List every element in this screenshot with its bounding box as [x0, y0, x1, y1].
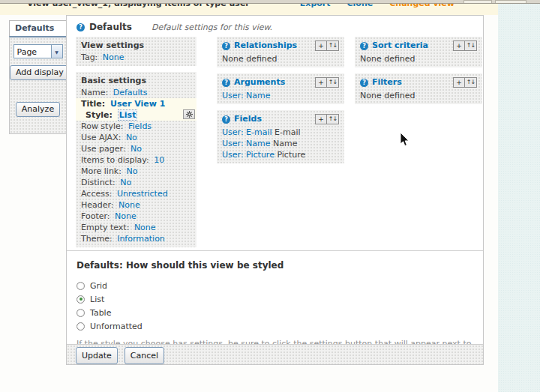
access-value-link[interactable]: Unrestricted [117, 189, 168, 199]
arguments-title-link[interactable]: Arguments [234, 76, 285, 88]
view-edit-panel: ? Defaults Default settings for this vie… [66, 15, 484, 365]
style-option-unformatted[interactable]: Unformatted [76, 319, 472, 333]
items-to-display-value-link[interactable]: 10 [154, 155, 164, 165]
browser-tab-remnant [495, 0, 526, 3]
add-sort-button[interactable]: + [454, 41, 465, 50]
radio-table[interactable] [76, 309, 85, 317]
panel-header: ? Defaults Default settings for this vie… [76, 22, 272, 32]
filters-block: ? Filters + ↑↓ None defined [355, 73, 482, 104]
field-user-picture-link[interactable]: User: Picture [222, 150, 274, 160]
setting-row: Header: None [81, 199, 191, 211]
basic-settings-title: Basic settings [81, 75, 191, 87]
argument-item: User: Name [222, 90, 339, 101]
tab-defaults[interactable]: Defaults [9, 20, 67, 36]
help-icon[interactable]: ? [76, 23, 85, 31]
style-option-table[interactable]: Table [76, 306, 472, 319]
view-title: View user_view_1, displaying items of ty… [27, 4, 250, 9]
basic-settings-block: Basic settings Name: Defaults Title: Use… [76, 72, 196, 247]
field-label: Name [273, 139, 297, 148]
panel-subheading: Default settings for this view. [152, 22, 272, 32]
radio-list[interactable] [76, 295, 85, 304]
rearrange-filters-button[interactable]: ↑↓ [465, 78, 476, 87]
help-icon[interactable]: ? [222, 79, 230, 87]
fields-block: ? Fields + ↑↓ User: E-mail E-mail User: … [217, 110, 344, 163]
use-ajax-value-link[interactable]: No [126, 133, 137, 142]
header-value-link[interactable]: None [118, 200, 140, 210]
help-icon[interactable]: ? [222, 42, 230, 50]
footer-value-link[interactable]: None [115, 211, 136, 221]
style-options: Grid List Table Unformatted [76, 279, 472, 333]
help-icon[interactable]: ? [360, 42, 368, 50]
sort-criteria-title-link[interactable]: Sort criteria [372, 40, 428, 52]
name-value-link[interactable]: Defaults [113, 88, 148, 97]
add-filter-button[interactable]: + [454, 78, 465, 87]
update-button[interactable]: Update [76, 347, 118, 364]
setting-row: Empty text: None [81, 222, 191, 233]
add-field-button[interactable]: + [316, 115, 327, 124]
help-icon[interactable]: ? [360, 79, 368, 87]
filters-title-link[interactable]: Filters [372, 76, 402, 88]
distinct-value-link[interactable]: No [120, 178, 131, 187]
more-link-value-link[interactable]: No [126, 166, 137, 176]
rearrange-sorts-button[interactable]: ↑↓ [465, 41, 476, 50]
relationships-block: ? Relationships + ↑↓ None defined [217, 37, 344, 67]
column-right: ? Sort criteria + ↑↓ None defined ? Filt… [355, 37, 482, 110]
setting-row-style-changed: Style: List [76, 109, 196, 121]
row-style-value-link[interactable]: Fields [128, 121, 152, 131]
display-type-select[interactable]: Page ▼ [14, 44, 63, 58]
radio-grid[interactable] [76, 282, 85, 290]
export-link[interactable]: Export [300, 4, 331, 9]
field-label: E-mail [274, 127, 301, 137]
view-banner: View user_view_1, displaying items of ty… [0, 4, 498, 15]
setting-row: Items to display: 10 [81, 154, 191, 166]
style-settings-gear-icon[interactable] [183, 109, 195, 119]
setting-row: Use pager: No [81, 143, 191, 154]
display-type-value: Page [14, 45, 51, 58]
argument-user-name-link[interactable]: User: Name [222, 91, 271, 100]
style-option-grid[interactable]: Grid [76, 279, 472, 292]
cancel-button[interactable]: Cancel [124, 347, 164, 364]
help-icon[interactable]: ? [222, 115, 230, 124]
add-display-button[interactable]: Add display [10, 65, 70, 80]
style-value-link[interactable]: List [118, 109, 138, 121]
setting-row: Use AJAX: No [81, 132, 191, 143]
field-item: User: Name Name [222, 138, 339, 149]
radio-unformatted[interactable] [76, 322, 85, 331]
column-settings: View settings Tag: None Basic settings N… [76, 37, 196, 253]
clone-link[interactable]: Clone [347, 4, 374, 9]
theme-value-link[interactable]: Information [117, 234, 165, 244]
rearrange-relationships-button[interactable]: ↑↓ [327, 41, 338, 50]
relationships-title-link[interactable]: Relationships [234, 40, 297, 52]
field-user-name-link[interactable]: User: Name [222, 139, 271, 148]
changed-view-link[interactable]: Changed view [389, 4, 454, 9]
display-controls: Page ▼ Add display Analyze [9, 36, 67, 134]
rearrange-arguments-button[interactable]: ↑↓ [327, 78, 338, 87]
style-form-title: Defaults: How should this view be styled [76, 260, 472, 271]
setting-row: Footer: None [81, 211, 191, 222]
tag-value-link[interactable]: None [103, 52, 124, 62]
browser-tab-remnant [464, 0, 492, 3]
sort-criteria-block: ? Sort criteria + ↑↓ None defined [355, 37, 482, 67]
setting-row: Row style: Fields [81, 121, 191, 132]
empty-text-value-link[interactable]: None [134, 223, 156, 232]
add-relationship-button[interactable]: + [316, 41, 327, 50]
field-user-email-link[interactable]: User: E-mail [222, 127, 272, 137]
filters-empty: None defined [360, 90, 477, 101]
add-argument-button[interactable]: + [316, 78, 327, 87]
sort-criteria-empty: None defined [360, 53, 477, 64]
title-value-link[interactable]: User View 1 [110, 99, 165, 109]
field-item: User: Picture Picture [222, 149, 339, 160]
arguments-block: ? Arguments + ↑↓ User: Name [217, 73, 344, 104]
tag-label: Tag: [81, 52, 98, 62]
use-pager-value-link[interactable]: No [130, 144, 142, 154]
style-option-list[interactable]: List [76, 292, 472, 306]
column-middle: ? Relationships + ↑↓ None defined ? Argu… [217, 37, 344, 169]
fields-title-link[interactable]: Fields [234, 113, 262, 125]
setting-row: Access: Unrestricted [81, 188, 191, 199]
page-background-strip [498, 4, 540, 392]
rearrange-fields-button[interactable]: ↑↓ [327, 115, 338, 124]
form-actions: Update Cancel [67, 344, 483, 364]
relationships-empty: None defined [222, 53, 339, 64]
view-settings-block: View settings Tag: None [76, 37, 196, 66]
analyze-button[interactable]: Analyze [16, 102, 60, 117]
